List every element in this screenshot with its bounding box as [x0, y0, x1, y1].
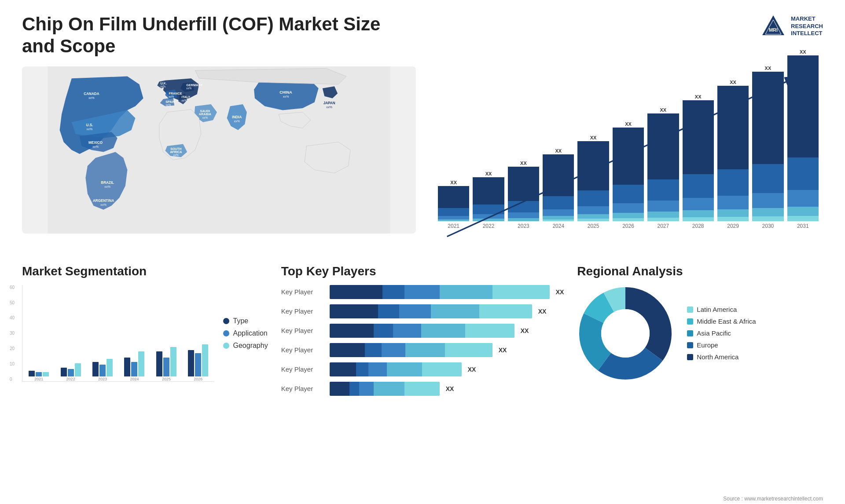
- seg-bar-2022: 2022: [56, 363, 84, 381]
- geography-legend-dot: [223, 343, 229, 349]
- latin-america-dot: [687, 307, 693, 313]
- logo-icon: MRI: [760, 13, 786, 40]
- player-row-6: Key Player XX: [281, 382, 564, 396]
- player-xx-1: XX: [556, 289, 564, 296]
- asia-pacific-dot: [687, 330, 693, 336]
- player-bar-wrap-5: XX: [330, 362, 564, 376]
- bar-2028: XX 2028: [683, 94, 714, 229]
- seg-bar-2024: 2024: [120, 351, 148, 381]
- regional-title: Regional Analysis: [577, 264, 823, 278]
- svg-text:xx%: xx%: [165, 103, 171, 106]
- map-section: CANADA xx% U.S. xx% MEXICO xx% BRAZIL xx…: [22, 66, 416, 256]
- seg-bar-2023: 2023: [88, 359, 117, 381]
- svg-text:CANADA: CANADA: [84, 92, 99, 96]
- svg-text:xx%: xx%: [173, 153, 179, 157]
- bar-2024: XX 2024: [543, 148, 574, 229]
- bar-2027: XX 2027: [647, 107, 679, 229]
- reg-legend-asia-pacific-label: Asia Pacific: [697, 329, 731, 337]
- player-label-6: Key Player: [281, 385, 325, 392]
- player-xx-2: XX: [538, 308, 547, 315]
- player-row-3: Key Player XX: [281, 324, 564, 338]
- svg-text:U.S.: U.S.: [86, 123, 93, 127]
- seg-legend-application-label: Application: [233, 329, 267, 337]
- type-legend-dot: [223, 318, 229, 324]
- bar-2026: XX 2026: [613, 121, 644, 229]
- players-list: Key Player XX: [281, 285, 564, 396]
- svg-text:xx%: xx%: [283, 94, 289, 98]
- svg-point-44: [601, 309, 650, 358]
- bar-chart-section: XX 2021 XX: [429, 66, 823, 256]
- player-xx-4: XX: [499, 347, 507, 354]
- svg-text:xx%: xx%: [202, 116, 208, 119]
- header: Chip On Film Underfill (COF) Market Size…: [22, 13, 823, 58]
- seg-bar-2026: 2026: [184, 344, 212, 381]
- logo: MRI MARKET RESEARCH INTELLECT: [760, 13, 823, 40]
- reg-legend-north-america-label: North America: [697, 353, 738, 361]
- reg-legend-europe: Europe: [687, 341, 756, 349]
- reg-legend-latin-america: Latin America: [687, 306, 756, 313]
- page-container: Chip On Film Underfill (COF) Market Size…: [0, 0, 845, 504]
- svg-text:MEXICO: MEXICO: [88, 141, 103, 145]
- svg-text:xx%: xx%: [326, 105, 332, 109]
- north-america-dot: [687, 354, 693, 360]
- regional-legend: Latin America Middle East & Africa Asia …: [687, 306, 756, 361]
- svg-text:xx%: xx%: [87, 127, 93, 131]
- svg-text:ARGENTINA: ARGENTINA: [93, 198, 114, 202]
- player-label-2: Key Player: [281, 307, 325, 315]
- reg-legend-asia-pacific: Asia Pacific: [687, 329, 756, 337]
- player-bar-3: [330, 324, 514, 338]
- player-row-2: Key Player XX: [281, 304, 564, 318]
- seg-bar-2021: 2021: [25, 371, 53, 381]
- svg-text:MRI: MRI: [769, 27, 778, 33]
- seg-legend-application: Application: [223, 329, 268, 337]
- reg-legend-latin-america-label: Latin America: [697, 306, 737, 313]
- player-xx-6: XX: [446, 385, 454, 392]
- donut-container: Latin America Middle East & Africa Asia …: [577, 285, 823, 382]
- player-bar-wrap-4: XX: [330, 343, 564, 357]
- svg-text:CHINA: CHINA: [279, 90, 292, 94]
- europe-dot: [687, 342, 693, 348]
- player-bar-wrap-2: XX: [330, 304, 564, 318]
- player-bar-5: [330, 362, 462, 376]
- player-row-4: Key Player XX: [281, 343, 564, 357]
- player-bar-2: [330, 304, 532, 318]
- reg-legend-mea: Middle East & Africa: [687, 318, 756, 325]
- svg-text:xx%: xx%: [160, 85, 165, 88]
- segmentation-title: Market Segmentation: [22, 264, 268, 278]
- bar-2022: XX 2022: [473, 171, 504, 229]
- svg-text:xx%: xx%: [234, 119, 240, 123]
- player-bar-wrap-1: XX: [330, 285, 564, 299]
- seg-legend-type-label: Type: [233, 317, 248, 325]
- svg-text:xx%: xx%: [169, 95, 174, 98]
- reg-legend-north-america: North America: [687, 353, 756, 361]
- logo-text: MARKET RESEARCH INTELLECT: [791, 15, 823, 38]
- player-row-5: Key Player XX: [281, 362, 564, 376]
- svg-text:xx%: xx%: [88, 96, 95, 100]
- svg-text:xx%: xx%: [104, 185, 110, 189]
- world-map: CANADA xx% U.S. xx% MEXICO xx% BRAZIL xx…: [22, 66, 416, 234]
- bar-2030: XX 2030: [752, 66, 783, 229]
- player-bar-1: [330, 285, 550, 299]
- page-title: Chip On Film Underfill (COF) Market Size…: [22, 13, 418, 58]
- svg-text:xx%: xx%: [186, 87, 191, 90]
- player-bar-wrap-6: XX: [330, 382, 564, 396]
- seg-legend-type: Type: [223, 317, 268, 325]
- svg-text:xx%: xx%: [100, 202, 107, 206]
- seg-bar-2025: 2025: [152, 347, 180, 381]
- player-label-3: Key Player: [281, 327, 325, 334]
- seg-chart-area: 0 10 20 30 40 50 60: [22, 285, 268, 382]
- player-bar-wrap-3: XX: [330, 324, 564, 338]
- player-xx-5: XX: [468, 366, 476, 373]
- player-label-4: Key Player: [281, 346, 325, 354]
- reg-legend-europe-label: Europe: [697, 341, 718, 349]
- svg-text:JAPAN: JAPAN: [323, 101, 335, 105]
- seg-y-axis: 0 10 20 30 40 50 60: [10, 285, 15, 382]
- player-bar-4: [330, 343, 492, 357]
- reg-legend-mea-label: Middle East & Africa: [697, 318, 756, 325]
- players-title: Top Key Players: [281, 264, 564, 278]
- regional-section: Regional Analysis: [577, 264, 823, 382]
- source-text: Source : www.marketresearchintellect.com: [723, 496, 823, 502]
- bar-2029: XX 2029: [717, 80, 749, 229]
- seg-legend: Type Application Geography: [223, 317, 268, 350]
- player-label-5: Key Player: [281, 365, 325, 373]
